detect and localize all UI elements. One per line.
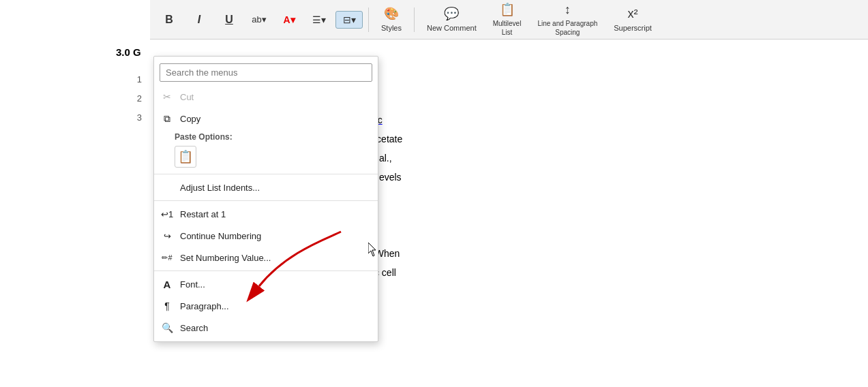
numbering-button[interactable]: ⊟▾ — [335, 11, 363, 29]
font-icon: A — [160, 277, 175, 292]
paragraph-icon: ¶ — [160, 298, 175, 313]
new-comment-label: New Comment — [427, 23, 477, 33]
set-numbering-icon: ✏# — [160, 250, 175, 265]
styles-button[interactable]: 🎨 Styles — [374, 3, 408, 36]
menu-item-search[interactable]: 🔍 Search — [154, 317, 378, 339]
bullets-button[interactable]: ☰▾ — [305, 12, 333, 28]
restart-label: Restart at 1 — [180, 209, 226, 219]
superscript-icon: x² — [628, 6, 638, 22]
adjust-indent-icon — [160, 180, 175, 195]
toolbar-divider-2 — [414, 7, 415, 32]
adjust-indent-label: Adjust List Indents... — [180, 183, 260, 193]
cut-icon: ✂ — [160, 89, 175, 104]
font-color-button[interactable]: A▾ — [275, 12, 303, 28]
paragraph-label: Paragraph... — [180, 301, 229, 311]
separator-2 — [154, 200, 378, 201]
line-number-2: 2 — [0, 89, 150, 108]
search-icon: 🔍 — [160, 320, 175, 335]
multilevel-list-button[interactable]: 📋 MultilevelList — [486, 0, 528, 40]
bold-icon: B — [165, 14, 173, 26]
superscript-label: Superscript — [614, 23, 652, 33]
continue-numbering-icon: ↪ — [160, 228, 175, 243]
new-comment-button[interactable]: 💬 New Comment — [420, 3, 483, 36]
line-number-3: 3 — [0, 108, 150, 127]
italic-button[interactable]: I — [185, 11, 213, 29]
bullets-icon: ☰▾ — [312, 14, 326, 25]
styles-label: Styles — [381, 23, 402, 33]
line-spacing-label: Line and ParagraphSpacing — [537, 19, 597, 37]
menu-item-restart[interactable]: ↩1 Restart at 1 — [154, 203, 378, 225]
restart-icon: ↩1 — [160, 206, 175, 221]
underline-button[interactable]: U — [215, 11, 243, 29]
bold-button[interactable]: B — [155, 11, 183, 29]
paste-doc-icon: 📋 — [178, 149, 193, 164]
italic-icon: I — [198, 14, 200, 26]
menu-item-cut: ✂ Cut — [154, 86, 378, 108]
superscript-button[interactable]: x² Superscript — [607, 3, 659, 36]
set-numbering-label: Set Numbering Value... — [180, 253, 271, 263]
search-label: Search — [180, 323, 208, 333]
menu-item-set-numbering[interactable]: ✏# Set Numbering Value... — [154, 247, 378, 268]
toolbar-divider-1 — [368, 7, 369, 32]
highlight-icon: ab▾ — [252, 14, 266, 25]
continue-numbering-label: Continue Numbering — [180, 231, 261, 241]
line-number-1: 1 — [0, 69, 150, 89]
highlight-button[interactable]: ab▾ — [245, 12, 273, 27]
cut-label: Cut — [180, 92, 194, 102]
paste-keep-source-button[interactable]: 📋 — [175, 146, 196, 168]
multilevel-list-icon: 📋 — [500, 2, 515, 18]
paste-options-section: Paste Options: — [154, 129, 378, 143]
menu-item-copy[interactable]: ⧉ Copy — [154, 108, 378, 129]
menu-item-continue-numbering[interactable]: ↪ Continue Numbering — [154, 225, 378, 247]
menu-search-input[interactable] — [160, 63, 372, 82]
separator-1 — [154, 174, 378, 174]
copy-label: Copy — [180, 114, 200, 124]
document-heading: 3.0 G — [116, 46, 141, 58]
toolbar: B I U ab▾ A▾ ☰▾ ⊟▾ 🎨 Styles 💬 New Commen… — [150, 0, 868, 40]
font-color-icon: A▾ — [283, 14, 295, 25]
font-label: Font... — [180, 279, 205, 290]
left-margin: 1 2 3 — [0, 40, 150, 387]
numbering-icon: ⊟▾ — [343, 14, 356, 25]
menu-item-paragraph[interactable]: ¶ Paragraph... — [154, 295, 378, 317]
paste-icons-row: 📋 — [154, 143, 378, 172]
search-box-wrapper — [154, 59, 378, 86]
separator-3 — [154, 270, 378, 271]
copy-icon: ⧉ — [160, 111, 175, 126]
context-menu: ✂ Cut ⧉ Copy Paste Options: 📋 Adjust Lis… — [153, 56, 378, 342]
paste-options-label-text: Paste Options: — [175, 132, 233, 142]
multilevel-list-label: MultilevelList — [493, 19, 522, 37]
menu-item-adjust-indent[interactable]: Adjust List Indents... — [154, 176, 378, 198]
line-spacing-icon: ↕ — [565, 2, 571, 18]
new-comment-icon: 💬 — [444, 6, 459, 22]
line-spacing-button[interactable]: ↕ Line and ParagraphSpacing — [530, 0, 604, 40]
styles-icon: 🎨 — [384, 6, 399, 22]
underline-icon: U — [225, 14, 233, 26]
menu-item-font[interactable]: A Font... — [154, 273, 378, 295]
